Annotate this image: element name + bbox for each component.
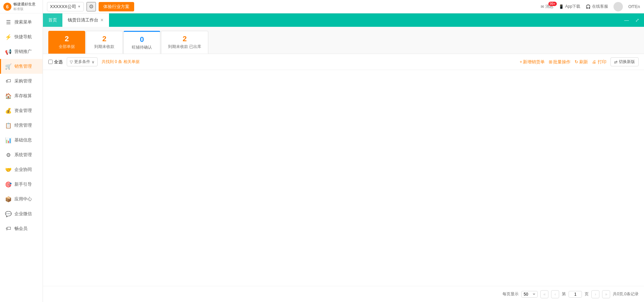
sidebar-item-quick-nav[interactable]: ⚡ 快捷导航 bbox=[0, 29, 43, 44]
sidebar-item-member[interactable]: 🏷 畅会员 bbox=[0, 221, 43, 236]
first-page-btn[interactable]: « bbox=[540, 290, 548, 298]
online-service-btn[interactable]: 🎧 在线客服 bbox=[586, 4, 608, 9]
sidebar-label-system: 系统管理 bbox=[14, 152, 32, 158]
sidebar-label-inventory: 库存核算 bbox=[14, 93, 32, 99]
add-sales-label: 新增销货单 bbox=[523, 59, 545, 65]
logo-subtitle: 标准版 bbox=[13, 7, 36, 11]
stat-number-all: 2 bbox=[55, 35, 78, 43]
sidebar-item-newbie[interactable]: 🎯 新手引导 bbox=[0, 177, 43, 192]
settings-button[interactable]: ⚙ bbox=[87, 2, 96, 11]
app-download-btn[interactable]: 📱 App下载 bbox=[559, 4, 580, 9]
logo-text-area: 畅捷通好生意 标准版 bbox=[13, 2, 36, 11]
search-icon: ☰ bbox=[5, 19, 12, 25]
message-btn[interactable]: ✉ 消息 99+ bbox=[541, 4, 553, 9]
refresh-icon: ↻ bbox=[575, 59, 578, 64]
sidebar-item-marketing[interactable]: 📢 营销推广 bbox=[0, 44, 43, 59]
avatar bbox=[613, 2, 623, 11]
page-size-select[interactable]: 50 100 200 bbox=[521, 291, 538, 298]
sidebar-label-cooperation: 企业协同 bbox=[14, 167, 32, 173]
stat-tab-all[interactable]: 2 全部单据 bbox=[48, 31, 85, 54]
trial-btn[interactable]: 体验行业方案 bbox=[99, 2, 134, 11]
filter-icon: ▽ bbox=[70, 60, 73, 64]
toolbar: 全选 ▽ 更多条件 ∨ 共找到 0 条 相关单据 + 新增销货单 bbox=[43, 54, 644, 70]
sidebar-label-basic-info: 基础信息 bbox=[14, 137, 32, 143]
sidebar-label-operation: 经营管理 bbox=[14, 122, 32, 128]
stat-label-all: 全部单据 bbox=[55, 44, 78, 50]
company-name: XXXXXX公司 bbox=[50, 4, 76, 10]
add-icon: + bbox=[520, 59, 522, 64]
stat-number-overdue: 2 bbox=[93, 35, 116, 43]
tab-minimize-icon[interactable]: — bbox=[623, 16, 631, 24]
content-area: 2 全部单据 2 到期未收款 0 旺辅待确认 2 到期未收款 已出库 全选 bbox=[43, 27, 644, 302]
stat-label-wangfu: 旺辅待确认 bbox=[130, 45, 153, 50]
sidebar-item-operation[interactable]: 📋 经营管理 bbox=[0, 118, 43, 133]
online-service-label: 在线客服 bbox=[592, 4, 608, 9]
page-label: 第 bbox=[562, 291, 566, 297]
toolbar-right: + 新增销货单 ⊞ 批量操作 ↻ 刷新 🖨 打印 ⇄ 切换新版 bbox=[520, 57, 639, 66]
select-all-checkbox[interactable]: 全选 bbox=[48, 59, 63, 65]
add-sales-btn[interactable]: + 新增销货单 bbox=[520, 59, 545, 65]
stat-label-overdue: 到期未收款 bbox=[93, 44, 116, 50]
stat-number-wangfu: 0 bbox=[130, 35, 153, 44]
prev-page-btn[interactable]: ‹ bbox=[551, 290, 559, 298]
total-info: 共0页,0条记录 bbox=[613, 291, 639, 297]
tab-qianhuorichin[interactable]: 钱货日清工作台 ✕ bbox=[62, 13, 109, 27]
sidebar-item-inventory[interactable]: 🏠 库存核算 bbox=[0, 88, 43, 103]
switch-label: 切换新版 bbox=[619, 59, 635, 65]
company-selector[interactable]: XXXXXX公司 ▼ bbox=[47, 2, 84, 11]
select-all-input[interactable] bbox=[48, 60, 53, 64]
print-btn[interactable]: 🖨 打印 bbox=[592, 59, 606, 65]
last-page-btn[interactable]: » bbox=[602, 290, 610, 298]
stat-tab-wangfu[interactable]: 0 旺辅待确认 bbox=[123, 31, 160, 54]
logo-icon: 6 bbox=[3, 3, 11, 11]
switch-version-btn[interactable]: ⇄ 切换新版 bbox=[610, 57, 639, 66]
stat-label-shipped: 到期未收款 已出库 bbox=[168, 44, 201, 50]
close-tab-icon[interactable]: ✕ bbox=[100, 18, 104, 22]
sidebar-item-cooperation[interactable]: 🤝 企业协同 bbox=[0, 162, 43, 177]
sidebar-label-enterprise-wechat: 企业微信 bbox=[14, 211, 32, 217]
batch-icon: ⊞ bbox=[549, 59, 552, 64]
avatar-name: OfTEn bbox=[628, 4, 640, 9]
count-prefix: 共找到 bbox=[102, 59, 114, 64]
toolbar-left: 全选 ▽ 更多条件 ∨ 共找到 0 条 相关单据 bbox=[48, 57, 516, 66]
page-input[interactable] bbox=[569, 291, 582, 298]
filter-button[interactable]: ▽ 更多条件 ∨ bbox=[67, 57, 98, 66]
logo-title: 畅捷通好生意 bbox=[13, 2, 36, 6]
count-unit: 条 bbox=[118, 59, 122, 64]
sidebar-item-enterprise-wechat[interactable]: 💬 企业微信 bbox=[0, 206, 43, 221]
batch-ops-btn[interactable]: ⊞ 批量操作 bbox=[549, 59, 571, 65]
top-header: XXXXXX公司 ▼ ⚙ 体验行业方案 ✉ 消息 99+ 📱 App下载 🎧 在… bbox=[43, 0, 644, 13]
switch-icon: ⇄ bbox=[614, 60, 618, 64]
sidebar-item-system[interactable]: ⚙ 系统管理 bbox=[0, 147, 43, 162]
operation-icon: 📋 bbox=[5, 122, 12, 129]
sidebar-label-newbie: 新手引导 bbox=[14, 181, 32, 187]
page-size-label: 每页显示 bbox=[502, 291, 519, 297]
home-tab-label: 首页 bbox=[48, 17, 57, 23]
sidebar-item-finance[interactable]: 💰 资金管理 bbox=[0, 103, 43, 118]
chevron-down-icon: ▼ bbox=[77, 5, 81, 8]
refresh-btn[interactable]: ↻ 刷新 bbox=[575, 59, 588, 65]
sidebar-label-sales: 销售管理 bbox=[14, 63, 32, 69]
sidebar-label-purchase: 采购管理 bbox=[14, 78, 32, 84]
avatar-btn[interactable] bbox=[613, 2, 623, 11]
sidebar-item-search[interactable]: ☰ 搜索菜单 bbox=[0, 15, 43, 29]
main-content: 2 全部单据 2 到期未收款 0 旺辅待确认 2 到期未收款 已出库 全选 bbox=[43, 27, 644, 302]
sidebar-label-marketing: 营销推广 bbox=[14, 49, 32, 55]
sidebar-label-search: 搜索菜单 bbox=[14, 19, 32, 25]
tab-label: 钱货日清工作台 bbox=[68, 17, 98, 23]
tab-expand-icon[interactable]: ⤢ bbox=[633, 16, 641, 24]
print-label: 打印 bbox=[598, 59, 606, 64]
sales-icon: 🛒 bbox=[5, 63, 12, 70]
next-page-btn[interactable]: › bbox=[591, 290, 599, 298]
sidebar-item-basic-info[interactable]: 📊 基础信息 bbox=[0, 133, 43, 147]
headset-icon: 🎧 bbox=[586, 4, 591, 9]
quick-nav-icon: ⚡ bbox=[5, 34, 12, 40]
tab-home[interactable]: 首页 bbox=[43, 13, 62, 27]
app-download-icon: 📱 bbox=[559, 4, 564, 9]
sidebar-item-purchase[interactable]: 🏷 采购管理 bbox=[0, 74, 43, 88]
stat-tab-overdue[interactable]: 2 到期未收款 bbox=[86, 31, 123, 54]
sidebar-item-app-center[interactable]: 📦 应用中心 bbox=[0, 192, 43, 206]
sidebar-item-sales[interactable]: 🛒 销售管理 bbox=[0, 59, 43, 74]
stat-tab-shipped[interactable]: 2 到期未收款 已出库 bbox=[161, 31, 208, 54]
stats-tabs: 2 全部单据 2 到期未收款 0 旺辅待确认 2 到期未收款 已出库 bbox=[43, 27, 644, 54]
